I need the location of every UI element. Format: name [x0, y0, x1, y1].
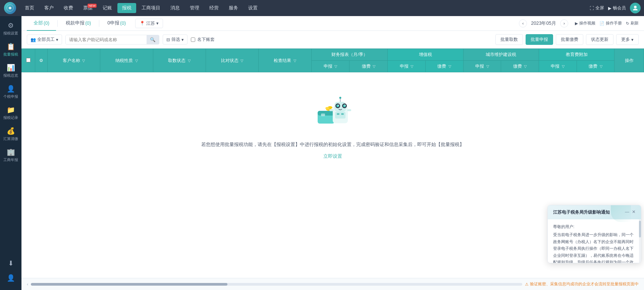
city-pay-th: 缴费 ▽ — [501, 61, 539, 72]
notification-popup: 江苏电子税务局升级影响通知 — ✕ 尊敬的用户: 受当前电子税务局进一步升级的影… — [547, 205, 641, 263]
nav-customer[interactable]: 客户 — [40, 3, 58, 13]
nav-message[interactable]: 消息 — [166, 3, 184, 13]
vat-declare-th: 申报 ▽ — [388, 61, 426, 72]
sidebar-label-tax-overview: 报税总览 — [3, 73, 18, 78]
nav-service[interactable]: 服务 — [224, 3, 243, 13]
region-selector[interactable]: 📍 江苏 ▾ — [135, 19, 163, 28]
select-all-th — [22, 49, 35, 72]
sidebar-item-batch-tax[interactable]: 📋 批量报税 — [1, 40, 20, 60]
sidebar-item-tax-overview[interactable]: 📊 报税总览 — [1, 61, 20, 81]
notification-title: 江苏电子税务局升级影响通知 — [553, 209, 610, 215]
name-accounts-checkbox[interactable] — [191, 38, 195, 42]
operation-video-btn[interactable]: ▶ 操作视频 — [575, 20, 595, 26]
operation-manual-btn[interactable]: 📄 操作手册 — [599, 20, 622, 26]
tax-settings-icon: ⚙ — [8, 21, 14, 29]
sidebar-item-annual-report[interactable]: 🏢 工商年报 — [1, 145, 20, 165]
logo-icon — [4, 2, 16, 14]
select-all-checkbox[interactable] — [26, 58, 31, 62]
batch-pay-btn[interactable]: 批量缴费 — [556, 34, 583, 45]
tax-nature-th: 纳税性质 ▽ — [100, 49, 153, 72]
nav-business[interactable]: 工商项目 — [137, 3, 165, 13]
sidebar-item-tax-settings[interactable]: ⚙ 报税设置 — [1, 19, 20, 39]
sidebar-item-settlement[interactable]: 💰 汇算清缴 — [1, 124, 20, 144]
svg-rect-21 — [337, 113, 339, 115]
svg-rect-4 — [321, 114, 325, 116]
nav-settings[interactable]: 设置 — [244, 3, 262, 13]
invoice-badge: NEW — [88, 4, 97, 8]
status-update-btn[interactable]: 状态更新 — [586, 34, 613, 45]
empty-message: 若您想使用批量报税功能，请先在【报税设置】中进行报税的初始化设置，完成密码验证和… — [201, 141, 464, 148]
nav-accounting[interactable]: 记账 — [98, 3, 117, 13]
edu-pay-th: 缴费 ▽ — [577, 61, 614, 72]
sidebar-label-annual-report: 工商年报 — [3, 157, 18, 162]
tab-tax-declare[interactable]: 税款申报(0) — [59, 16, 98, 31]
financial-declare-th: 申报 ▽ — [311, 61, 350, 72]
setup-link[interactable]: 立即设置 — [323, 153, 342, 159]
region-icon: 📍 — [140, 21, 145, 26]
sidebar-profile[interactable]: 👤 — [1, 271, 20, 285]
refresh-btn[interactable]: ↻ 刷新 — [626, 20, 639, 26]
notification-scrollbar[interactable] — [639, 219, 641, 263]
batch-fetch-btn[interactable]: 批量取数 — [495, 34, 523, 45]
nav-invoice[interactable]: 票据 NEW — [78, 3, 97, 13]
nav-manage[interactable]: 管理 — [185, 3, 204, 13]
compare-status-th: 比对状态 ▽ — [206, 49, 258, 72]
sidebar: ⚙ 报税设置 📋 批量报税 📊 报税总览 👤 个税申报 📁 报税记录 💰 汇算清… — [0, 16, 21, 290]
settings-icon[interactable]: ⚙ — [39, 58, 43, 63]
filter-btn[interactable]: ⊟ 筛选 ▾ — [163, 34, 187, 45]
svg-rect-3 — [318, 111, 334, 116]
svg-rect-20 — [335, 112, 345, 119]
tab-zero-declare[interactable]: 0申报(0) — [101, 16, 132, 31]
checkbox-label[interactable]: 名下账套 — [191, 37, 215, 43]
filter-icon: ⊟ — [166, 37, 170, 42]
sidebar-label-tax-records: 报税记录 — [3, 115, 18, 120]
employee-filter[interactable]: 👥 全部员工 ▾ — [27, 34, 62, 45]
tab-all[interactable]: 全部(0) — [27, 16, 56, 31]
tab-divider-2 — [99, 20, 99, 27]
notification-content: 受当前电子税务局进一步升级的影响，同一个政务网账号（办税人）名下的企业不能再同时… — [553, 231, 634, 263]
svg-point-17 — [339, 97, 341, 99]
nav-operation[interactable]: 经营 — [205, 3, 223, 13]
left-arrow: ‹ — [27, 282, 28, 287]
edu-declare-th: 申报 ▽ — [539, 61, 577, 72]
customer-name-th: 客户名称 ▽ — [48, 49, 100, 72]
svg-point-15 — [345, 105, 346, 106]
sidebar-download[interactable]: ⬇ — [1, 257, 20, 270]
search-input[interactable] — [66, 35, 147, 44]
user-avatar[interactable] — [630, 3, 641, 13]
logo[interactable] — [3, 1, 17, 15]
nav-billing[interactable]: 收费 — [59, 3, 78, 13]
horizontal-scrollbar[interactable] — [31, 283, 522, 286]
sidebar-label-settlement: 汇算清缴 — [3, 136, 18, 141]
nav-home[interactable]: 首页 — [20, 3, 39, 13]
settings-th: ⚙ — [35, 49, 48, 72]
tax-overview-icon: 📊 — [7, 64, 15, 72]
member-btn[interactable]: ▶ 畅会员 — [608, 5, 626, 11]
fullscreen-btn[interactable]: ⛶ 全屏 — [590, 5, 604, 11]
sidebar-label-tax-settings: 报税设置 — [3, 31, 18, 36]
notification-close[interactable]: ✕ — [632, 209, 636, 214]
chevron-down-icon: ▾ — [156, 21, 159, 26]
batch-declare-btn[interactable]: 批量申报 — [526, 34, 553, 45]
robot-illustration — [313, 92, 353, 133]
month-navigation: ‹ 2023年05月 › — [519, 19, 568, 27]
scrollbar-thumb — [31, 283, 227, 286]
data-table: ⚙ 客户名称 ▽ 纳税性质 ▽ 取数状态 ▽ — [21, 49, 644, 179]
search-btn[interactable]: 🔍 — [147, 35, 159, 44]
bottom-bar: ‹ ⚠ 验证账密、采集信息均成功的企业才会流转至批量报税页面中 — [21, 278, 644, 290]
education-th: 教育费附加 — [539, 49, 614, 61]
top-navigation: 首页 客户 收费 票据 NEW 记账 报税 工商项目 消息 管理 经营 服务 设… — [0, 0, 644, 16]
svg-point-1 — [634, 6, 637, 8]
prev-month-btn[interactable]: ‹ — [519, 19, 527, 27]
download-icon: ⬇ — [8, 259, 14, 267]
svg-rect-22 — [341, 113, 344, 115]
sidebar-item-individual-tax[interactable]: 👤 个税申报 — [1, 82, 20, 102]
toolbar: 👥 全部员工 ▾ 🔍 ⊟ 筛选 ▾ 名下账套 批量取数 批量申报 批量缴费 — [21, 31, 644, 49]
toolbar-right: 批量取数 批量申报 批量缴费 状态更新 更多 ▾ — [495, 34, 639, 45]
sidebar-label-batch-tax: 批量报税 — [3, 52, 18, 57]
nav-tax[interactable]: 报税 — [117, 3, 136, 13]
next-month-btn[interactable]: › — [560, 19, 568, 27]
sidebar-item-tax-records[interactable]: 📁 报税记录 — [1, 103, 20, 123]
month-label: 2023年05月 — [531, 20, 556, 26]
more-btn[interactable]: 更多 ▾ — [616, 34, 639, 45]
